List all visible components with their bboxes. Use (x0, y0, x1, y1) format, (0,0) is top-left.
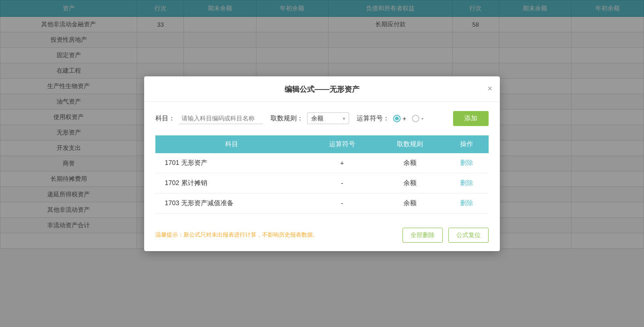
delete-link[interactable]: 删除 (460, 159, 473, 166)
footer-buttons: 全部删除 公式复位 (402, 228, 489, 243)
table-row: 1702 累计摊销-余额删除 (155, 173, 489, 193)
rule-label: 取数规则： (271, 114, 303, 123)
modal-title: 编辑公式——无形资产 (285, 85, 359, 93)
modal-body: 科目： 取数规则： 余额 借方 贷方 借方发生额 贷方发生额 ▼ (144, 102, 500, 221)
formula-action[interactable]: 删除 (444, 173, 489, 193)
add-button[interactable]: 添加 (453, 111, 489, 126)
operator-minus-radio[interactable]: - (412, 115, 424, 122)
table-row: 1701 无形资产+余额删除 (155, 153, 489, 173)
table-row: 1703 无形资产减值准备-余额删除 (155, 193, 489, 213)
operator-minus-label: - (421, 115, 424, 122)
table-header-subject: 科目 (155, 135, 308, 153)
subject-label: 科目： (155, 114, 175, 123)
formula-subject: 1703 无形资产减值准备 (155, 193, 308, 213)
subject-group: 科目： (155, 113, 263, 124)
subject-input[interactable] (179, 113, 263, 124)
formula-rule: 余额 (376, 193, 445, 213)
rule-select-wrap: 余额 借方 贷方 借方发生额 贷方发生额 ▼ (307, 112, 349, 124)
modal-footer: 温馨提示：新公式只对未出报表进行计算，不影响历史报表数据。 全部删除 公式复位 (144, 221, 500, 251)
rule-select[interactable]: 余额 借方 贷方 借方发生额 贷方发生额 (307, 112, 349, 124)
formula-table: 科目 运算符号 取数规则 操作 1701 无形资产+余额删除1702 累计摊销-… (155, 135, 489, 214)
formula-rule: 余额 (376, 153, 445, 173)
operator-label: 运算符号： (357, 114, 389, 123)
footer-tip: 温馨提示：新公式只对未出报表进行计算，不影响历史报表数据。 (155, 231, 318, 239)
radio-circle-plus (393, 115, 401, 122)
table-header-operator: 运算符号 (308, 135, 376, 153)
formula-subject: 1702 累计摊销 (155, 173, 308, 193)
modal-header: 编辑公式——无形资产 × (144, 76, 500, 102)
delete-all-button[interactable]: 全部删除 (402, 228, 443, 243)
formula-operator: + (308, 153, 376, 173)
operator-group: 运算符号： + - (357, 114, 424, 123)
table-header-action: 操作 (444, 135, 489, 153)
operator-radio-group: + - (393, 115, 424, 122)
operator-plus-radio[interactable]: + (393, 115, 406, 122)
edit-formula-modal: 编辑公式——无形资产 × 科目： 取数规则： 余额 借方 贷方 (144, 76, 500, 251)
formula-action[interactable]: 删除 (444, 153, 489, 173)
table-header-rule: 取数规则 (376, 135, 445, 153)
formula-operator: - (308, 173, 376, 193)
formula-subject: 1701 无形资产 (155, 153, 308, 173)
formula-operator: - (308, 193, 376, 213)
formula-form-row: 科目： 取数规则： 余额 借方 贷方 借方发生额 贷方发生额 ▼ (155, 111, 489, 126)
operator-plus-label: + (402, 115, 406, 122)
modal-overlay: 编辑公式——无形资产 × 科目： 取数规则： 余额 借方 贷方 (0, 0, 644, 327)
formula-action[interactable]: 删除 (444, 193, 489, 213)
radio-circle-minus (412, 115, 419, 122)
formula-rule: 余额 (376, 173, 445, 193)
rule-group: 取数规则： 余额 借方 贷方 借方发生额 贷方发生额 ▼ (271, 112, 349, 124)
delete-link[interactable]: 删除 (460, 179, 473, 186)
reset-button[interactable]: 公式复位 (448, 228, 489, 243)
delete-link[interactable]: 删除 (460, 199, 473, 207)
modal-close-button[interactable]: × (487, 84, 492, 93)
